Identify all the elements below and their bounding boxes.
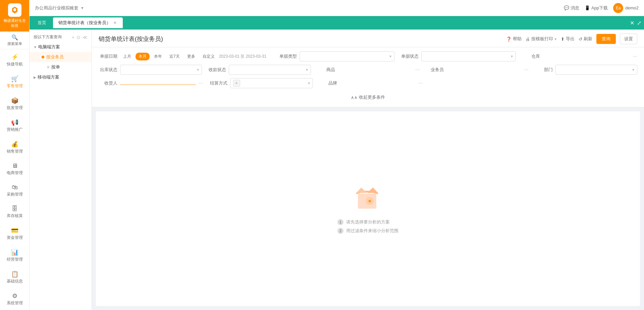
date-btn-7days[interactable]: 近7天 xyxy=(166,53,183,60)
main-area: 办公用品行业模拟账套 ▾ 💬 消息 📱 App下载 Ea demo2 首页 销货… xyxy=(30,0,644,310)
salesperson-dots[interactable]: ··· xyxy=(524,67,528,73)
top-header: 办公用品行业模拟账套 ▾ 💬 消息 📱 App下载 Ea demo2 xyxy=(30,0,644,16)
filter-receipt-status: 收款状态 ▾ xyxy=(207,65,311,75)
tab-close-icon[interactable]: ✕ xyxy=(113,20,117,26)
header-actions: 💬 消息 📱 App下载 Ea demo2 xyxy=(564,3,639,13)
filter-brand: 品牌 ··· xyxy=(318,80,423,86)
query-btn[interactable]: 查询 xyxy=(596,34,616,44)
sales-icon: 💰 xyxy=(11,141,18,148)
message-btn[interactable]: 💬 消息 xyxy=(564,5,579,11)
filter-row-1: 单据日期 上月 本月 本年 近7天 更多 自定义 2023-03-01 至 20… xyxy=(99,51,637,61)
date-btn-this-month[interactable]: 本月 xyxy=(136,53,150,60)
message-icon: 💬 xyxy=(564,5,569,10)
add-scheme-icon[interactable]: + xyxy=(72,35,74,40)
receipt-status-label: 收款状态 xyxy=(207,67,226,73)
department-label: 部门 xyxy=(534,67,553,73)
consignee-dots[interactable]: ··· xyxy=(199,80,203,86)
doc-status-select[interactable]: ▾ xyxy=(421,51,516,61)
tree-item-by-order[interactable]: ≡ 按单 xyxy=(30,62,92,72)
refresh-icon: ↺ xyxy=(579,37,582,42)
sidebar-logo[interactable]: 畅捷通好生意 标搭 xyxy=(0,0,29,32)
settlement-chevron-icon: ▾ xyxy=(308,81,310,86)
empty-step-1: 1 请先选择要分析的方案 xyxy=(337,219,398,225)
workspace-title: 办公用品行业模拟账套 xyxy=(35,5,78,11)
sidebar-item-purchase[interactable]: 🛍 采购管理 xyxy=(0,180,29,201)
filter-consignee: 收货人 ··· xyxy=(99,80,203,86)
sidebar-item-finance[interactable]: 💳 资金管理 xyxy=(0,223,29,245)
sidebar-item-sales[interactable]: 💰 销售管理 xyxy=(0,137,29,158)
sidebar-item-wholesale[interactable]: 📦 批发管理 xyxy=(0,93,29,115)
user-profile[interactable]: Ea demo2 xyxy=(613,3,639,13)
filter-goods: 商品 ··· xyxy=(316,67,420,73)
collapse-up-icon: ∧∧ xyxy=(351,95,358,100)
help-btn[interactable]: ❓ 帮助 xyxy=(506,36,522,42)
date-btn-this-year[interactable]: 本年 xyxy=(151,53,165,60)
sidebar-item-ecommerce[interactable]: 🖥 电商管理 xyxy=(0,158,29,180)
refresh-btn[interactable]: ↺ 刷新 xyxy=(579,36,592,42)
doc-type-chevron-icon: ▾ xyxy=(389,54,391,59)
close-window-icon[interactable]: ✕ xyxy=(630,20,634,26)
export-btn[interactable]: ⬆ 导出 xyxy=(561,36,575,42)
tree-group-pc[interactable]: ▼ 电脑端方案 xyxy=(30,42,92,52)
date-btn-custom[interactable]: 自定义 xyxy=(200,53,218,60)
brand-dots[interactable]: ··· xyxy=(418,80,423,86)
filter-doc-type: 单据类型 ▾ xyxy=(278,51,394,61)
brand-label: 品牌 xyxy=(318,80,337,86)
settings-btn[interactable]: 设置 xyxy=(620,34,637,44)
sidebar-item-system[interactable]: ⚙ 系统管理 xyxy=(0,288,29,310)
department-select[interactable]: ▾ xyxy=(555,65,637,75)
brand-input xyxy=(340,82,416,85)
export-icon: ⬆ xyxy=(561,37,565,42)
filter-department: 部门 ▾ xyxy=(534,65,637,75)
settlement-select[interactable]: × ▾ xyxy=(230,78,313,88)
doc-type-label: 单据类型 xyxy=(278,53,297,59)
collapse-panel-icon[interactable]: ≪ xyxy=(83,35,88,40)
tree-item-by-salesperson[interactable]: 按业务员 xyxy=(30,52,92,62)
wholesale-icon: 📦 xyxy=(11,97,18,104)
sidebar-item-shortcut[interactable]: ⚡ 快捷导航 xyxy=(0,49,29,71)
date-btn-more[interactable]: 更多 xyxy=(184,53,198,60)
tab-home[interactable]: 首页 xyxy=(32,17,52,28)
basic-icon: 📋 xyxy=(11,270,18,278)
workspace-dropdown-icon[interactable]: ▾ xyxy=(81,5,84,10)
collapse-btn[interactable]: ∧∧ 收起更多条件 xyxy=(351,94,385,100)
template-print-btn[interactable]: 🖨 按模板打印 ▾ xyxy=(526,36,557,42)
window-controls: ✕ ⤢ xyxy=(630,20,641,26)
page-title: 销货单统计表(按业务员) xyxy=(99,35,163,43)
receipt-status-select[interactable]: ▾ xyxy=(229,65,311,75)
goods-input xyxy=(338,68,413,71)
panel-header-label: 按以下方案查询 xyxy=(34,34,62,40)
filter-out-status: 出库状态 ▾ xyxy=(99,65,202,75)
right-panel: 销货单统计表(按业务员) ❓ 帮助 🖨 按模板打印 ▾ ⬆ 导出 xyxy=(92,30,644,310)
sidebar-item-marketing[interactable]: 📢 营销推广 xyxy=(0,115,29,137)
tab-sales-stats[interactable]: 销货单统计表（按业务员） ✕ xyxy=(53,17,123,28)
finance-icon: 💳 xyxy=(11,227,18,234)
doc-type-select[interactable]: ▾ xyxy=(300,51,394,61)
maximize-window-icon[interactable]: ⤢ xyxy=(637,20,641,26)
warehouse-dots[interactable]: ··· xyxy=(633,53,637,59)
date-range-display: 2023-03-01 至 2023-03-31 xyxy=(219,54,266,59)
filter-settlement: 结算方式 × ▾ xyxy=(209,78,313,88)
salesperson-label: 业务员 xyxy=(425,67,444,73)
print-icon: 🖨 xyxy=(526,37,530,42)
filter-area: 单据日期 上月 本月 本年 近7天 更多 自定义 2023-03-01 至 20… xyxy=(92,47,644,107)
app-download-btn[interactable]: 📱 App下载 xyxy=(585,5,608,11)
help-icon: ❓ xyxy=(506,37,512,42)
sidebar-item-operation[interactable]: 📊 经营管理 xyxy=(0,245,29,266)
svg-text:★: ★ xyxy=(368,198,372,204)
consignee-input[interactable] xyxy=(120,82,196,85)
ecommerce-icon: 🖥 xyxy=(12,162,18,169)
sidebar-item-inventory[interactable]: 🗄 库存核算 xyxy=(0,201,29,223)
data-area: ★ ↑ 1 请先选择要分析的方案 2 用过滤条件来缩小分析范围 xyxy=(96,111,640,306)
content-area: 按以下方案查询 + ⊙ ≪ ▼ 电脑端方案 按业务员 ≡ 按单 ▶ xyxy=(30,30,644,310)
sidebar-item-retail[interactable]: 🛒 零售管理 xyxy=(0,71,29,93)
sidebar-item-basic[interactable]: 📋 基础信息 xyxy=(0,266,29,288)
tree-group-mobile[interactable]: ▶ 移动端方案 xyxy=(30,72,92,82)
goods-dots[interactable]: ··· xyxy=(415,67,420,73)
avatar: Ea xyxy=(613,3,623,13)
search-menu-item[interactable]: 🔍 搜索菜单 xyxy=(0,32,29,49)
date-btn-last-month[interactable]: 上月 xyxy=(120,53,134,60)
settlement-tag-close[interactable]: × xyxy=(235,81,238,86)
out-status-select[interactable]: ▾ xyxy=(120,65,202,75)
settings-scheme-icon[interactable]: ⊙ xyxy=(76,35,80,40)
